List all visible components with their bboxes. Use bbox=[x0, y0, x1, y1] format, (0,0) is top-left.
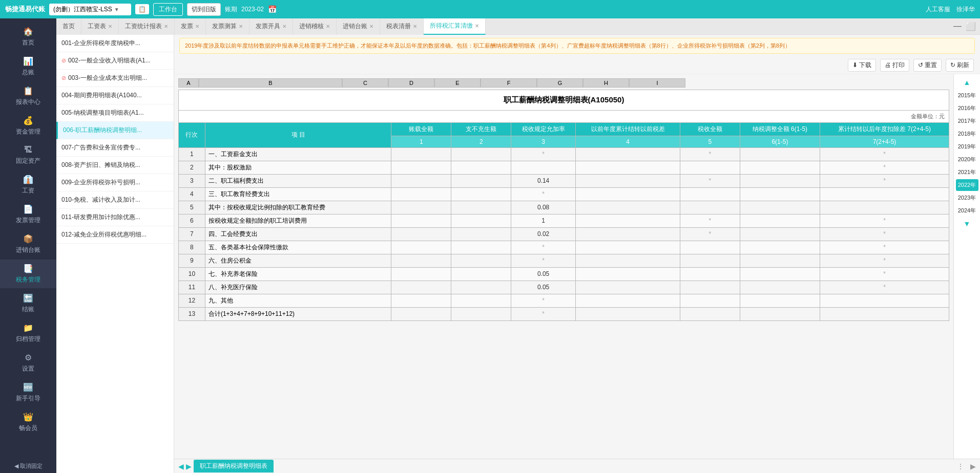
tab-tax-list[interactable]: 税表清册 ✕ bbox=[380, 18, 424, 35]
sidebar-item-assets[interactable]: 🏗 固定资产 bbox=[0, 141, 56, 169]
tab-minimize-icon[interactable]: — bbox=[953, 22, 962, 31]
tax-icon: 📑 bbox=[23, 264, 33, 273]
support-link[interactable]: 人工客服 bbox=[926, 5, 950, 14]
notice-bar: 2019年度涉及取以前年度结转数据的申报表单元格需要手工维护正确，才能保证本年及… bbox=[179, 38, 975, 54]
form-item-009[interactable]: 009-企业所得税弥补亏损明... bbox=[56, 174, 174, 191]
calendar-icon-btn[interactable]: 📋 bbox=[135, 4, 149, 14]
tab-invoice-open-label: 发票开具 bbox=[256, 22, 280, 31]
tab-invoice-open-close[interactable]: ✕ bbox=[282, 24, 286, 29]
reset-icon: ↺ bbox=[918, 61, 923, 69]
sidebar-item-close[interactable]: 🔚 结账 bbox=[0, 289, 56, 318]
tab-invoice-open[interactable]: 发票开具 ✕ bbox=[249, 18, 293, 35]
year-up-arrow[interactable]: ▲ bbox=[962, 76, 973, 89]
tab-invoice[interactable]: 发票 ✕ bbox=[175, 18, 206, 35]
year-2024[interactable]: 2024年 bbox=[956, 205, 978, 217]
form-item-012-label: 012-减免企业所得税优惠明细... bbox=[61, 230, 147, 239]
year-2020[interactable]: 2020年 bbox=[956, 154, 978, 165]
tab-ledger-close[interactable]: ✕ bbox=[369, 24, 373, 29]
spreadsheet-wrapper: 2019年度涉及取以前年度结转数据的申报表单元格需要手工维护正确，才能保证本年及… bbox=[174, 35, 980, 473]
form-item-007[interactable]: 007-广告费和业务宣传费专... bbox=[56, 139, 174, 157]
form-item-002[interactable]: ⊘ 002-一般企业收入明细表(A1... bbox=[56, 52, 174, 70]
reset-btn[interactable]: ↺ 重置 bbox=[913, 59, 942, 72]
tab-home[interactable]: 首页 bbox=[56, 18, 81, 35]
sidebar-item-tax[interactable]: 📑 税务管理 bbox=[0, 260, 56, 288]
user-name[interactable]: 徐泽华 bbox=[956, 5, 975, 14]
sidebar-item-stock[interactable]: 📦 进销台账 bbox=[0, 230, 56, 259]
table-row: 6 按税收规定全额扣除的职工培训费用1** bbox=[179, 214, 949, 227]
tab-income-tax-close[interactable]: ✕ bbox=[475, 23, 479, 29]
sidebar-item-payroll[interactable]: 👔 工资 bbox=[0, 170, 56, 199]
form-item-005[interactable]: 005-纳税调整项目明细表(A1... bbox=[56, 104, 174, 122]
content-area: 001-企业所得税年度纳税申... ⊘ 002-一般企业收入明细表(A1... … bbox=[56, 35, 980, 473]
switch-btn[interactable]: 切到旧版 bbox=[187, 3, 221, 16]
sidebar-label-invoice: 发票管理 bbox=[16, 216, 40, 225]
sidebar-item-newbie[interactable]: 🆕 新手引导 bbox=[0, 378, 56, 407]
sheet-scroll-right[interactable]: ▶ bbox=[186, 462, 192, 470]
tab-check-close[interactable]: ✕ bbox=[326, 24, 330, 29]
year-2023[interactable]: 2023年 bbox=[956, 192, 978, 204]
sidebar-item-settings[interactable]: ⚙ 设置 bbox=[0, 349, 56, 377]
tab-payroll-stats[interactable]: 工资统计报表 ✕ bbox=[119, 18, 175, 35]
sheet-scroll-right2[interactable]: ▶ bbox=[970, 462, 976, 470]
year-2022[interactable]: 2022年 bbox=[956, 179, 978, 191]
sidebar-item-reports[interactable]: 📋 报表中心 bbox=[0, 82, 56, 111]
form-item-001-label: 001-企业所得税年度纳税申... bbox=[61, 39, 140, 48]
form-item-012[interactable]: 012-减免企业所得税优惠明细... bbox=[56, 226, 174, 244]
col-c: C bbox=[342, 78, 388, 88]
table-body: 1一、工资薪金支出***2 其中：股权激励*3二、职工福利费支出0.14**4三… bbox=[179, 147, 949, 320]
sidebar-label-tax: 税务管理 bbox=[16, 275, 40, 284]
th-col5-num: 5 bbox=[680, 136, 740, 147]
tab-income-tax[interactable]: 所得税汇算清缴 ✕ bbox=[424, 18, 486, 35]
print-btn[interactable]: 🖨 打印 bbox=[880, 59, 909, 72]
tab-payroll-stats-label: 工资统计报表 bbox=[125, 22, 162, 31]
form-item-008[interactable]: 008-资产折旧、摊销及纳税... bbox=[56, 157, 174, 174]
year-down-arrow[interactable]: ▼ bbox=[962, 218, 973, 230]
year-2018[interactable]: 2018年 bbox=[956, 128, 978, 140]
tab-payroll-stats-close[interactable]: ✕ bbox=[164, 24, 168, 29]
sidebar-label-reports: 报表中心 bbox=[16, 98, 40, 106]
form-list: 001-企业所得税年度纳税申... ⊘ 002-一般企业收入明细表(A1... … bbox=[56, 35, 174, 473]
sidebar-label-member: 畅会员 bbox=[19, 424, 37, 433]
tab-invoice-calc[interactable]: 发票测算 ✕ bbox=[206, 18, 249, 35]
tab-tax-list-close[interactable]: ✕ bbox=[413, 24, 417, 29]
sidebar-item-home[interactable]: 🏠 首页 bbox=[0, 23, 56, 51]
sidebar-item-member[interactable]: 👑 畅会员 bbox=[0, 408, 56, 437]
year-2019[interactable]: 2019年 bbox=[956, 141, 978, 153]
sidebar-item-archive[interactable]: 📁 归档管理 bbox=[0, 319, 56, 348]
year-2021[interactable]: 2021年 bbox=[956, 166, 978, 178]
form-item-006[interactable]: 006-职工薪酬纳税调整明细... bbox=[56, 122, 174, 139]
sidebar-item-ledger[interactable]: 📊 总账 bbox=[0, 52, 56, 81]
sidebar-item-invoice[interactable]: 📄 发票管理 bbox=[0, 200, 56, 229]
tab-ledger[interactable]: 进销台账 ✕ bbox=[337, 18, 380, 35]
tab-payroll-close[interactable]: ✕ bbox=[108, 24, 112, 29]
th-col6: 纳税调整全额 6(1-5) bbox=[740, 122, 820, 136]
tab-invoice-close[interactable]: ✕ bbox=[195, 24, 199, 29]
form-item-003[interactable]: ⊘ 003-一般企业成本支出明细... bbox=[56, 70, 174, 87]
year-2016[interactable]: 2016年 bbox=[956, 102, 978, 114]
year-2015[interactable]: 2015年 bbox=[956, 90, 978, 101]
tab-check[interactable]: 进销稽核 ✕ bbox=[293, 18, 337, 35]
sheet-container[interactable]: A B C D E F G H I bbox=[174, 74, 953, 459]
company-selector[interactable]: (勿删）江西赣宝-LSS ▼ bbox=[49, 4, 131, 15]
tab-maximize-icon[interactable]: ⬜ bbox=[966, 22, 976, 31]
sidebar-cancel-pin[interactable]: ◀ 取消固定 bbox=[0, 459, 56, 473]
tab-payroll[interactable]: 工资表 ✕ bbox=[81, 18, 119, 35]
form-item-001[interactable]: 001-企业所得税年度纳税申... bbox=[56, 35, 174, 52]
sidebar-item-funds[interactable]: 💰 资金管理 bbox=[0, 112, 56, 140]
form-item-004[interactable]: 004-期间费用明细表(A1040... bbox=[56, 87, 174, 104]
form-item-005-label: 005-纳税调整项目明细表(A1... bbox=[61, 109, 144, 117]
th-col6-num: 6(1-5) bbox=[740, 136, 820, 147]
bottom-tab-bar: ◀ ▶ 职工薪酬纳税调整明细表 ⋮ ▶ bbox=[174, 459, 980, 473]
tab-invoice-calc-close[interactable]: ✕ bbox=[239, 24, 243, 29]
sheet-scroll-left[interactable]: ◀ bbox=[178, 462, 184, 470]
main-content: 首页 工资表 ✕ 工资统计报表 ✕ 发票 ✕ 发票测算 ✕ 发票开具 ✕ bbox=[56, 18, 980, 473]
refresh-btn[interactable]: ↻ 刷新 bbox=[946, 59, 974, 72]
form-item-002-label: 002-一般企业收入明细表(A1... bbox=[68, 56, 151, 65]
year-2017[interactable]: 2017年 bbox=[956, 115, 978, 127]
calendar-icon[interactable]: 📅 bbox=[268, 5, 277, 13]
form-item-011[interactable]: 011-研发费用加计扣除优惠... bbox=[56, 209, 174, 226]
bottom-sheet-tab[interactable]: 职工薪酬纳税调整明细表 bbox=[194, 460, 274, 472]
download-btn[interactable]: ⬇ 下载 bbox=[848, 59, 876, 72]
form-item-010[interactable]: 010-免税、减计收入及加计... bbox=[56, 191, 174, 209]
workspace-button[interactable]: 工作台 bbox=[153, 3, 183, 16]
